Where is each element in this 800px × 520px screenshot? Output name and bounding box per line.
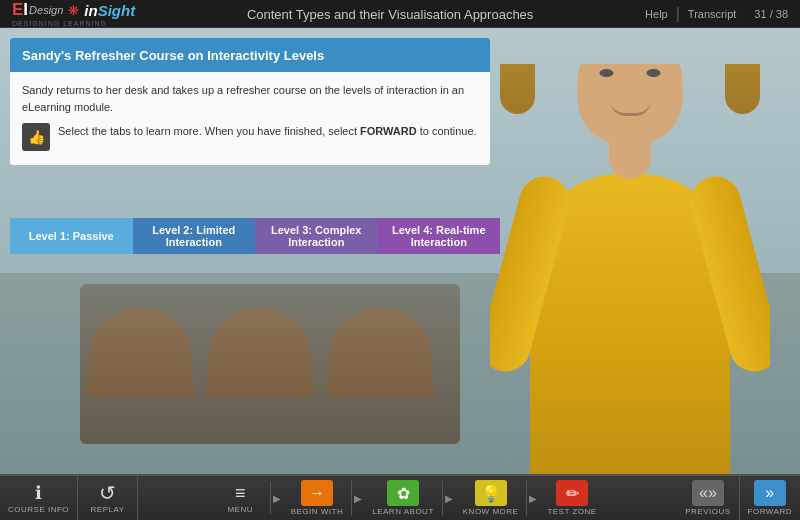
panel-body: Sandy returns to her desk and takes up a…	[10, 72, 490, 165]
bottom-right-group: «» PREVIOUS » FORWARD	[677, 476, 800, 520]
logo-container: EI Design ❋ inSight DESIGNING LEARNING	[12, 0, 135, 27]
nav-group: ≡ MENU ▶ → BEGIN WITH ▶ ✿ LEARN ABOUT ▶ …	[138, 476, 677, 520]
panel-title: Sandy's Refresher Course on Interactivit…	[22, 48, 324, 63]
logo-bullet: ❋	[68, 3, 79, 18]
tab-1[interactable]: Level 1: Passive	[10, 218, 133, 254]
person-hair-side-right	[725, 64, 760, 114]
test-zone-icon: ✏	[556, 480, 588, 506]
menu-section[interactable]: ≡ MENU	[211, 482, 271, 514]
person-hair-side-left	[500, 64, 535, 114]
help-link[interactable]: Help	[645, 8, 668, 20]
previous-label: PREVIOUS	[685, 507, 730, 516]
tab-2-label: Level 2: Limited Interaction	[137, 224, 252, 248]
nav-arrow-2: ▶	[354, 493, 362, 504]
bottom-bar: ℹ COURSE INFO ↺ REPLAY ≡ MENU ▶ → BEGIN …	[0, 474, 800, 520]
panel-body-text: Sandy returns to her desk and takes up a…	[22, 82, 478, 115]
person-eye-left	[600, 69, 614, 77]
logo-tagline: DESIGNING LEARNING	[12, 20, 107, 27]
learn-about-icon: ✿	[387, 480, 419, 506]
person-smile	[610, 101, 650, 116]
tab-1-label: Level 1: Passive	[29, 230, 114, 242]
begin-with-icon: →	[301, 480, 333, 506]
header-title-area: Content Types and their Visualisation Ap…	[135, 5, 645, 23]
know-more-icon: 💡	[475, 480, 507, 506]
panel-header: Sandy's Refresher Course on Interactivit…	[10, 38, 490, 72]
instruction-row: 👍 Select the tabs to learn more. When yo…	[22, 123, 478, 151]
tab-3[interactable]: Level 3: Complex Interaction	[255, 218, 378, 254]
begin-with-section[interactable]: → BEGIN WITH	[283, 480, 353, 516]
replay-icon: ↺	[94, 482, 122, 504]
instruction-bold: FORWARD	[360, 125, 417, 137]
page-counter: 31 / 38	[754, 8, 788, 20]
top-bar: EI Design ❋ inSight DESIGNING LEARNING C…	[0, 0, 800, 28]
instruction-text-area: Select the tabs to learn more. When you …	[58, 123, 477, 140]
instruction-prefix: Select the tabs to learn more. When you …	[58, 125, 360, 137]
test-zone-label: TEST ZONE	[547, 507, 596, 516]
tab-3-label: Level 3: Complex Interaction	[259, 224, 374, 248]
menu-label: MENU	[227, 505, 253, 514]
learn-about-label: LEARN ABOUT	[372, 507, 434, 516]
logo-e: E	[12, 0, 23, 19]
header-divider: |	[676, 5, 680, 23]
header-right: Help | Transcript 31 / 38	[645, 5, 788, 23]
content-panel: Sandy's Refresher Course on Interactivit…	[10, 38, 490, 165]
main-content: Sandy's Refresher Course on Interactivit…	[0, 28, 800, 474]
thumb-emoji: 👍	[28, 129, 45, 145]
forward-section[interactable]: » FORWARD	[740, 476, 800, 520]
nav-arrow-4: ▶	[529, 493, 537, 504]
forward-label: FORWARD	[748, 507, 792, 516]
person-figure	[490, 64, 770, 474]
nav-arrow-3: ▶	[445, 493, 453, 504]
logo-in: in	[84, 2, 97, 19]
tab-2[interactable]: Level 2: Limited Interaction	[133, 218, 256, 254]
info-icon: ℹ	[25, 482, 53, 504]
tab-4[interactable]: Level 4: Real-time Interaction	[378, 218, 501, 254]
logo-row: EI Design ❋ inSight	[12, 0, 135, 20]
nav-arrow-1: ▶	[273, 493, 281, 504]
previous-section[interactable]: «» PREVIOUS	[677, 476, 739, 520]
logo-ei: EI	[12, 0, 28, 20]
instruction-suffix: to continue.	[417, 125, 477, 137]
replay-section[interactable]: ↺ REPLAY	[78, 476, 138, 520]
logo-insight: inSight	[84, 2, 135, 19]
replay-label: REPLAY	[91, 505, 125, 514]
thumb-icon: 👍	[22, 123, 50, 151]
course-info-section[interactable]: ℹ COURSE INFO	[0, 476, 78, 520]
logo-design-text: Design	[29, 4, 63, 16]
know-more-label: KNOW MORE	[463, 507, 519, 516]
test-zone-section[interactable]: ✏ TEST ZONE	[539, 480, 604, 516]
menu-icon: ≡	[226, 482, 254, 504]
person-eye-right	[647, 69, 661, 77]
header-title: Content Types and their Visualisation Ap…	[247, 7, 533, 22]
begin-with-label: BEGIN WITH	[291, 507, 344, 516]
logo-sight: Sight	[98, 2, 136, 19]
course-info-label: COURSE INFO	[8, 505, 69, 514]
tabs-row: Level 1: Passive Level 2: Limited Intera…	[10, 218, 500, 254]
tab-4-label: Level 4: Real-time Interaction	[382, 224, 497, 248]
transcript-link[interactable]: Transcript	[688, 8, 737, 20]
know-more-section[interactable]: 💡 KNOW MORE	[455, 480, 528, 516]
forward-icon: »	[754, 480, 786, 506]
learn-about-section[interactable]: ✿ LEARN ABOUT	[364, 480, 443, 516]
logo-area: EI Design ❋ inSight DESIGNING LEARNING	[12, 0, 135, 27]
logo-i: I	[23, 0, 28, 19]
person-head	[578, 64, 683, 144]
previous-icon: «»	[692, 480, 724, 506]
